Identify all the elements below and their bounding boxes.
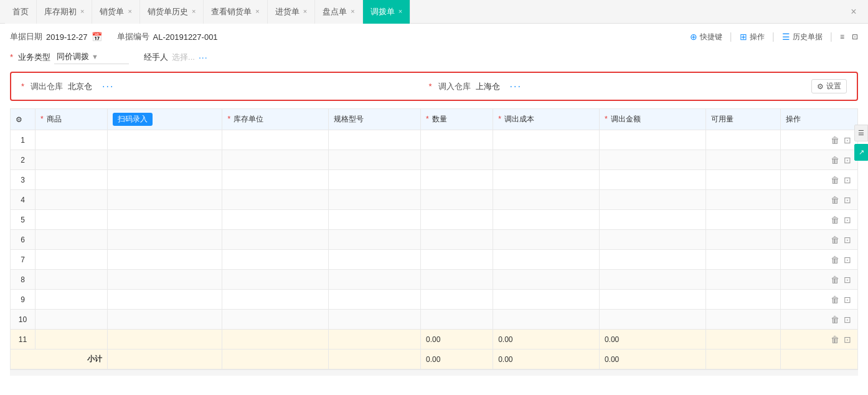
row-10-copy-btn[interactable]: ⊡: [842, 313, 852, 326]
row-7-product[interactable]: [35, 250, 108, 270]
row-1-delete-btn[interactable]: 🗑: [829, 134, 841, 146]
row-8-available[interactable]: [705, 270, 781, 290]
row-5-available[interactable]: [705, 210, 781, 230]
row-1-amount[interactable]: [599, 130, 705, 150]
row-6-spec[interactable]: [329, 230, 421, 250]
tab-view-sales[interactable]: 查看销货单 ×: [204, 0, 267, 24]
row-7-scan[interactable]: [108, 250, 222, 270]
row-9-cost[interactable]: [493, 290, 600, 310]
total-copy-btn[interactable]: ⊡: [842, 333, 852, 346]
row-4-copy-btn[interactable]: ⊡: [842, 194, 852, 206]
row-2-scan[interactable]: [108, 150, 222, 170]
row-3-copy-btn[interactable]: ⊡: [842, 174, 852, 186]
total-delete-btn[interactable]: 🗑: [829, 333, 841, 346]
window-close-button[interactable]: ×: [844, 2, 863, 21]
tab-inventory-init-close[interactable]: ×: [80, 8, 84, 15]
row-7-amount[interactable]: [599, 250, 705, 270]
row-4-spec[interactable]: [329, 190, 421, 210]
row-1-scan[interactable]: [108, 130, 222, 150]
row-10-spec[interactable]: [329, 310, 421, 330]
row-10-delete-btn[interactable]: 🗑: [829, 313, 841, 326]
row-3-available[interactable]: [705, 170, 781, 190]
settings-button[interactable]: ⚙ 设置: [811, 79, 847, 93]
row-7-available[interactable]: [705, 250, 781, 270]
row-7-copy-btn[interactable]: ⊡: [842, 254, 852, 266]
handler-dots[interactable]: ···: [199, 52, 208, 62]
row-2-spec[interactable]: [329, 150, 421, 170]
row-1-qty[interactable]: [421, 130, 493, 150]
row-6-copy-btn[interactable]: ⊡: [842, 234, 852, 246]
tab-purchase-order-close[interactable]: ×: [303, 8, 307, 15]
row-7-qty[interactable]: [421, 250, 493, 270]
business-type-select[interactable]: 同价调拨 ▼: [54, 50, 129, 64]
row-7-delete-btn[interactable]: 🗑: [829, 254, 841, 266]
row-9-delete-btn[interactable]: 🗑: [829, 293, 841, 306]
row-4-product[interactable]: [35, 190, 108, 210]
row-1-copy-btn[interactable]: ⊡: [842, 134, 852, 146]
handler-placeholder[interactable]: 选择...: [172, 52, 195, 63]
row-2-available[interactable]: [705, 150, 781, 170]
tab-view-sales-close[interactable]: ×: [255, 8, 259, 15]
row-3-delete-btn[interactable]: 🗑: [829, 174, 841, 186]
col-gear[interactable]: ⚙: [11, 109, 35, 130]
tab-transfer-order-close[interactable]: ×: [399, 8, 402, 15]
row-2-cost[interactable]: [493, 150, 600, 170]
row-3-cost[interactable]: [493, 170, 600, 190]
row-5-cost[interactable]: [493, 210, 600, 230]
row-1-available[interactable]: [705, 130, 781, 150]
history-action[interactable]: ☰ 历史单据: [782, 32, 823, 42]
row-8-cost[interactable]: [493, 270, 600, 290]
actions-action[interactable]: ⊞ 操作: [740, 32, 765, 42]
row-2-qty[interactable]: [421, 150, 493, 170]
right-panel-expand-btn[interactable]: ↗: [854, 144, 868, 161]
row-10-qty[interactable]: [421, 310, 493, 330]
row-4-cost[interactable]: [493, 190, 600, 210]
row-9-scan[interactable]: [108, 290, 222, 310]
row-8-amount[interactable]: [599, 270, 705, 290]
tab-sales-history[interactable]: 销货单历史 ×: [140, 0, 204, 24]
row-1-product[interactable]: [35, 130, 108, 150]
row-4-delete-btn[interactable]: 🗑: [829, 194, 841, 206]
row-9-available[interactable]: [705, 290, 781, 310]
bottom-scrollbar[interactable]: [10, 369, 858, 376]
tab-sales-history-close[interactable]: ×: [192, 8, 196, 15]
row-10-product[interactable]: [35, 310, 108, 330]
row-8-qty[interactable]: [421, 270, 493, 290]
row-8-spec[interactable]: [329, 270, 421, 290]
row-10-amount[interactable]: [599, 310, 705, 330]
row-3-amount[interactable]: [599, 170, 705, 190]
row-1-cost[interactable]: [493, 130, 600, 150]
col-scan[interactable]: 扫码录入: [108, 109, 222, 130]
row-3-product[interactable]: [35, 170, 108, 190]
scan-barcode-button[interactable]: 扫码录入: [113, 113, 153, 126]
tab-sales-order[interactable]: 销货单 ×: [92, 0, 139, 24]
row-6-delete-btn[interactable]: 🗑: [829, 234, 841, 246]
row-2-product[interactable]: [35, 150, 108, 170]
row-4-scan[interactable]: [108, 190, 222, 210]
row-5-delete-btn[interactable]: 🗑: [829, 214, 841, 226]
row-8-delete-btn[interactable]: 🗑: [829, 274, 841, 286]
row-1-unit[interactable]: [222, 130, 329, 150]
row-3-unit[interactable]: [222, 170, 329, 190]
calendar-icon[interactable]: 📅: [92, 32, 102, 42]
row-4-amount[interactable]: [599, 190, 705, 210]
layout2-action[interactable]: ⊡: [852, 32, 858, 41]
row-5-product[interactable]: [35, 210, 108, 230]
row-6-amount[interactable]: [599, 230, 705, 250]
out-warehouse-dots[interactable]: ···: [102, 81, 114, 92]
row-10-unit[interactable]: [222, 310, 329, 330]
row-7-unit[interactable]: [222, 250, 329, 270]
row-5-qty[interactable]: [421, 210, 493, 230]
tab-purchase-order[interactable]: 进货单 ×: [268, 0, 315, 24]
right-panel-list-btn[interactable]: ☰: [854, 125, 868, 141]
tab-inventory-count[interactable]: 盘点单 ×: [315, 0, 362, 24]
row-7-cost[interactable]: [493, 250, 600, 270]
tab-inventory-init[interactable]: 库存期初 ×: [37, 0, 92, 24]
row-9-copy-btn[interactable]: ⊡: [842, 293, 852, 306]
row-9-unit[interactable]: [222, 290, 329, 310]
row-10-cost[interactable]: [493, 310, 600, 330]
row-3-qty[interactable]: [421, 170, 493, 190]
row-6-product[interactable]: [35, 230, 108, 250]
row-8-unit[interactable]: [222, 270, 329, 290]
row-4-available[interactable]: [705, 190, 781, 210]
